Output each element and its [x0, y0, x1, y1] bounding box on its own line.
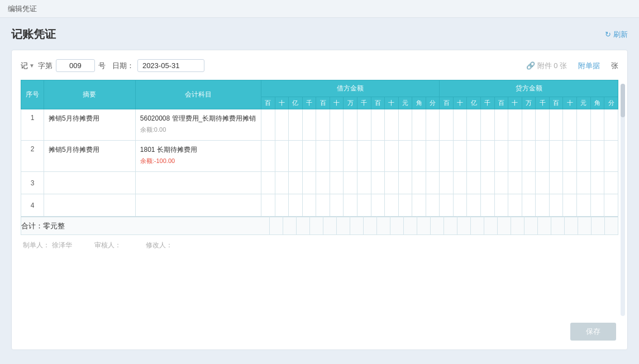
amount-cell[interactable] — [344, 109, 357, 141]
scrollbar[interactable] — [621, 84, 625, 316]
amount-cell[interactable] — [440, 109, 454, 141]
amount-cell[interactable] — [522, 109, 536, 141]
amount-cell[interactable] — [357, 194, 371, 217]
amount-cell[interactable] — [385, 194, 399, 217]
amount-cell[interactable] — [385, 141, 399, 172]
amount-cell[interactable] — [590, 109, 604, 141]
amount-cell[interactable] — [330, 109, 344, 141]
amount-cell[interactable] — [261, 194, 275, 217]
number-input[interactable] — [56, 59, 95, 72]
amount-cell[interactable] — [316, 194, 330, 217]
amount-cell[interactable] — [289, 172, 303, 194]
amount-cell[interactable] — [549, 141, 563, 172]
amount-cell[interactable] — [412, 141, 426, 172]
amount-cell[interactable] — [275, 141, 289, 172]
amount-cell[interactable] — [330, 194, 344, 217]
amount-cell[interactable] — [289, 109, 303, 141]
amount-cell[interactable] — [412, 194, 426, 217]
amount-cell[interactable] — [302, 109, 316, 141]
amount-cell[interactable] — [357, 172, 371, 194]
amount-cell[interactable] — [563, 109, 577, 141]
amount-cell[interactable] — [508, 141, 522, 172]
amount-cell[interactable] — [275, 172, 289, 194]
amount-cell[interactable] — [302, 194, 316, 217]
date-input[interactable] — [137, 59, 204, 72]
amount-cell[interactable] — [316, 141, 330, 172]
amount-cell[interactable] — [522, 172, 536, 194]
amount-cell[interactable] — [467, 194, 481, 217]
amount-cell[interactable] — [576, 172, 590, 194]
row-summary[interactable]: 摊销5月待摊费用 — [44, 141, 135, 172]
attachment-link[interactable]: 附单据 — [578, 61, 600, 71]
amount-cell[interactable] — [398, 172, 412, 194]
amount-cell[interactable] — [494, 141, 508, 172]
row-account[interactable] — [135, 172, 261, 194]
amount-cell[interactable] — [494, 194, 508, 217]
amount-cell[interactable] — [357, 141, 371, 172]
amount-cell[interactable] — [481, 141, 495, 172]
amount-cell[interactable] — [453, 109, 467, 141]
amount-cell[interactable] — [536, 109, 550, 141]
amount-cell[interactable] — [357, 109, 371, 141]
amount-cell[interactable] — [316, 172, 330, 194]
amount-cell[interactable] — [440, 194, 454, 217]
amount-cell[interactable] — [385, 172, 399, 194]
amount-cell[interactable] — [590, 194, 604, 217]
amount-cell[interactable] — [604, 172, 618, 194]
amount-cell[interactable] — [604, 109, 618, 141]
amount-cell[interactable] — [576, 141, 590, 172]
amount-cell[interactable] — [330, 141, 344, 172]
amount-cell[interactable] — [371, 109, 385, 141]
amount-cell[interactable] — [563, 172, 577, 194]
amount-cell[interactable] — [371, 172, 385, 194]
save-button[interactable]: 保存 — [570, 323, 616, 341]
type-dropdown[interactable]: 记 ▼ — [21, 61, 35, 71]
amount-cell[interactable] — [344, 172, 357, 194]
amount-cell[interactable] — [604, 141, 618, 172]
amount-cell[interactable] — [481, 172, 495, 194]
amount-cell[interactable] — [604, 194, 618, 217]
row-summary[interactable]: 摊销5月待摊费用 — [44, 109, 135, 141]
row-account[interactable] — [135, 194, 261, 217]
amount-cell[interactable] — [412, 172, 426, 194]
amount-cell[interactable] — [494, 172, 508, 194]
amount-cell[interactable] — [481, 109, 495, 141]
amount-cell[interactable] — [549, 109, 563, 141]
amount-cell[interactable] — [302, 141, 316, 172]
amount-cell[interactable] — [563, 194, 577, 217]
amount-cell[interactable] — [522, 194, 536, 217]
amount-cell[interactable] — [344, 194, 357, 217]
amount-cell[interactable] — [426, 141, 440, 172]
amount-cell[interactable] — [453, 141, 467, 172]
amount-cell[interactable] — [576, 109, 590, 141]
amount-cell[interactable] — [440, 172, 454, 194]
amount-cell[interactable] — [508, 172, 522, 194]
amount-cell[interactable] — [275, 194, 289, 217]
amount-cell[interactable] — [563, 141, 577, 172]
amount-cell[interactable] — [467, 172, 481, 194]
amount-cell[interactable] — [289, 141, 303, 172]
amount-cell[interactable] — [330, 172, 344, 194]
amount-cell[interactable] — [440, 141, 454, 172]
amount-cell[interactable] — [590, 141, 604, 172]
amount-cell[interactable] — [522, 141, 536, 172]
amount-cell[interactable] — [385, 109, 399, 141]
row-summary[interactable] — [44, 194, 135, 217]
amount-cell[interactable] — [576, 194, 590, 217]
amount-cell[interactable] — [398, 109, 412, 141]
amount-cell[interactable] — [412, 109, 426, 141]
row-summary[interactable] — [44, 172, 135, 194]
amount-cell[interactable] — [508, 109, 522, 141]
amount-cell[interactable] — [453, 172, 467, 194]
amount-cell[interactable] — [398, 141, 412, 172]
amount-cell[interactable] — [371, 194, 385, 217]
row-account[interactable]: 1801 长期待摊费用余额:-100.00 — [135, 141, 261, 172]
amount-cell[interactable] — [316, 109, 330, 141]
amount-cell[interactable] — [275, 109, 289, 141]
amount-cell[interactable] — [371, 141, 385, 172]
amount-cell[interactable] — [549, 172, 563, 194]
amount-cell[interactable] — [398, 194, 412, 217]
amount-cell[interactable] — [536, 172, 550, 194]
amount-cell[interactable] — [426, 194, 440, 217]
amount-cell[interactable] — [261, 141, 275, 172]
